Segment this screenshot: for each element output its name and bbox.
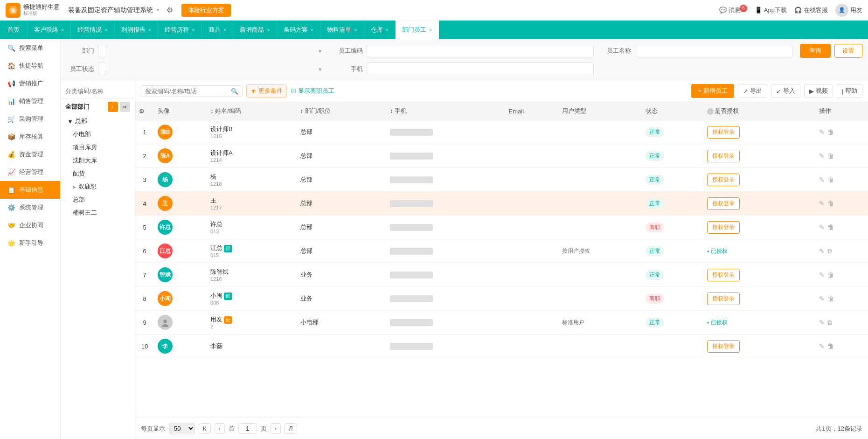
last-page-button[interactable]: Л <box>285 423 297 434</box>
settings-icon[interactable]: ⚙ <box>167 6 173 14</box>
tree-node-xiaodian[interactable]: 小电部 <box>61 128 135 141</box>
view-button[interactable]: ▶ 视频 <box>804 84 833 98</box>
edit-icon[interactable]: ✎ <box>819 128 825 136</box>
delete-icon[interactable]: 🗑 <box>827 176 834 183</box>
auth-button[interactable]: 授权登录 <box>707 174 740 186</box>
page-number-input[interactable] <box>238 423 257 434</box>
search-input[interactable] <box>145 88 229 95</box>
app-download-item[interactable]: 📱 App下载 <box>755 6 787 14</box>
import-button[interactable]: ↙ 导入 <box>771 84 800 98</box>
message-item[interactable]: 💬 消息 6 <box>719 6 747 14</box>
help-button[interactable]: | 帮助 <box>837 84 862 98</box>
auth-button[interactable]: 授权登录 <box>707 126 740 139</box>
tab-customer[interactable]: 客户联络× <box>28 21 71 39</box>
close-icon[interactable]: × <box>223 27 226 33</box>
close-icon[interactable]: × <box>354 27 357 33</box>
delete-icon[interactable]: 🗑 <box>827 152 834 160</box>
col-settings[interactable]: ⚙ <box>135 102 154 120</box>
user-item[interactable]: 👤 用友 <box>835 4 862 17</box>
show-resigned-toggle[interactable]: ☑ 显示离职员工 <box>291 87 334 95</box>
auth-button[interactable]: 授权登录 <box>707 293 740 305</box>
sidebar-item-guide[interactable]: 🌟 新手引导 <box>0 234 60 252</box>
edit-icon[interactable]: ✎ <box>819 200 825 207</box>
delete-icon[interactable]: 🗑 <box>827 342 834 350</box>
add-employee-button[interactable]: + 新增员工 <box>691 84 734 98</box>
auth-button[interactable]: 授权登录 <box>707 150 740 162</box>
sidebar-item-marketing[interactable]: 📢 营销推广 <box>0 75 60 92</box>
first-page-button[interactable]: К <box>199 423 211 434</box>
edit-icon[interactable]: ✎ <box>819 319 825 326</box>
sidebar-item-system[interactable]: ⚙️ 系统管理 <box>0 199 60 216</box>
sidebar-item-finance[interactable]: 💰 资金管理 <box>0 146 60 163</box>
close-icon[interactable]: × <box>311 27 313 33</box>
sidebar-item-nav[interactable]: 🏠 快捷导航 <box>0 57 60 75</box>
edit-icon[interactable]: ✎ <box>819 152 825 160</box>
export-button[interactable]: ↗ 导出 <box>738 84 767 98</box>
sidebar-item-sales[interactable]: 📊 销售管理 <box>0 92 60 110</box>
auth-button[interactable]: 授权登录 <box>707 221 740 234</box>
copy-icon[interactable]: ⧉ <box>827 319 832 327</box>
employee-name-input[interactable] <box>635 45 792 57</box>
set-button[interactable]: 设置 <box>834 44 862 58</box>
close-icon[interactable]: × <box>429 27 432 33</box>
dept-add-btn[interactable]: + <box>108 102 118 112</box>
more-conditions-btn[interactable]: ▼ 更多条件 <box>246 84 287 98</box>
auth-button[interactable]: 授权登录 <box>707 269 740 281</box>
query-button[interactable]: 查询 <box>800 44 831 58</box>
col-dept[interactable]: ↕ 部门/职位 <box>297 102 386 120</box>
online-service-item[interactable]: 🎧 在线客服 <box>794 6 828 14</box>
status-select[interactable] <box>98 63 106 75</box>
system-dropdown-arrow[interactable]: ▾ <box>157 7 159 13</box>
tree-node-shenyang[interactable]: 沈阳大库 <box>61 154 135 167</box>
close-icon[interactable]: × <box>148 27 151 33</box>
delete-icon[interactable]: 🗑 <box>827 295 834 302</box>
close-icon[interactable]: × <box>386 27 389 33</box>
delete-icon[interactable]: 🗑 <box>827 128 834 136</box>
page-size-select[interactable]: 50 100 <box>169 423 195 434</box>
tab-operations[interactable]: 经营情况× <box>71 21 114 39</box>
phone-input[interactable] <box>367 63 594 75</box>
tree-node-project[interactable]: 项目库房 <box>61 141 135 154</box>
tree-node-distribution[interactable]: 配货 <box>61 167 135 180</box>
tree-node-nanshuwang[interactable]: 楠树王二 <box>61 206 135 219</box>
edit-icon[interactable]: ✎ <box>819 176 825 183</box>
copy-icon[interactable]: ⧉ <box>827 247 832 255</box>
delete-icon[interactable]: 🗑 <box>827 223 834 231</box>
close-icon[interactable]: × <box>192 27 194 33</box>
auth-button[interactable]: 授权登录 <box>707 340 740 353</box>
tab-add-goods[interactable]: 新增商品× <box>233 21 277 39</box>
dept-collapse-btn[interactable]: ≪ <box>120 102 130 112</box>
tab-home[interactable]: 首页 <box>0 21 28 39</box>
delete-icon[interactable]: 🗑 <box>827 200 834 207</box>
tree-node-root-expand[interactable]: ▼ 总部 <box>61 115 135 128</box>
close-icon[interactable]: × <box>61 27 64 33</box>
tab-employees[interactable]: 部门员工× <box>396 21 439 39</box>
close-icon[interactable]: × <box>104 27 107 33</box>
edit-icon[interactable]: ✎ <box>819 271 825 279</box>
edit-icon[interactable]: ✎ <box>819 342 825 350</box>
prev-page-button[interactable]: ‹ <box>215 423 225 434</box>
tab-goods[interactable]: 商品× <box>202 21 233 39</box>
close-icon[interactable]: × <box>267 27 270 33</box>
sidebar-item-search[interactable]: 🔍 搜索菜单 <box>0 39 60 57</box>
edit-icon[interactable]: ✎ <box>819 295 825 302</box>
auth-button[interactable]: 授权登录 <box>707 197 740 210</box>
trial-button[interactable]: 体验行业方案 <box>181 4 231 17</box>
sidebar-item-inventory[interactable]: 📦 库存核算 <box>0 128 60 146</box>
sidebar-item-purchase[interactable]: 🛒 采购管理 <box>0 110 60 128</box>
tree-node-head[interactable]: 总部 <box>61 193 135 206</box>
edit-icon[interactable]: ✎ <box>819 247 825 255</box>
col-name[interactable]: ↕ 姓名/编码 <box>207 102 296 120</box>
delete-icon[interactable]: 🗑 <box>827 271 834 279</box>
tab-bom[interactable]: 物料清单× <box>320 21 364 39</box>
sidebar-item-basic-info[interactable]: 📋 基础信息 <box>0 181 60 199</box>
tab-profit[interactable]: 利润报告× <box>115 21 158 39</box>
dept-search-input[interactable] <box>65 88 135 95</box>
sidebar-item-collab[interactable]: 🤝 企业协同 <box>0 216 60 234</box>
dept-select[interactable] <box>98 45 106 57</box>
next-page-button[interactable]: › <box>271 423 281 434</box>
tab-warehouse[interactable]: 仓库× <box>364 21 396 39</box>
sidebar-item-management[interactable]: 📈 经营管理 <box>0 163 60 181</box>
tree-node-shuanglu[interactable]: ▶ 双鹿想 <box>61 180 135 193</box>
col-phone[interactable]: ↕ 手机 <box>386 102 505 120</box>
